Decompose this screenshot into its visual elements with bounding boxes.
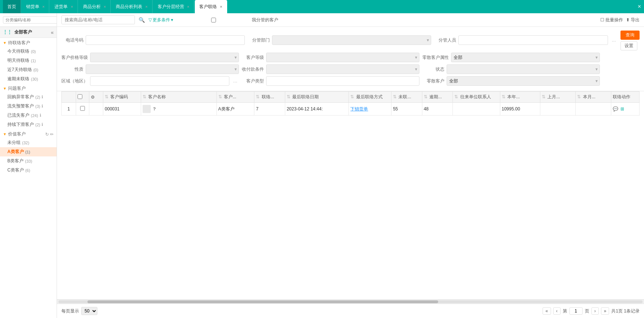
table-footer: 每页显示 50 « ‹ 第 页 › » 共1页 1条记录	[57, 304, 644, 318]
nav-tab-product-analysis[interactable]: 商品分析 ×	[79, 0, 111, 13]
nav-tab-sales[interactable]: 销货单 ×	[22, 0, 49, 13]
nav-tab-sales-close[interactable]: ×	[42, 4, 44, 9]
action-message-icon[interactable]: 💬	[613, 106, 618, 112]
filter-price-grade-select[interactable]	[90, 53, 239, 62]
nav-tab-product-list[interactable]: 商品分析列表 ×	[111, 0, 152, 13]
th-contact[interactable]: ⇅ 联络...	[254, 92, 285, 103]
page-number-input[interactable]	[569, 307, 583, 315]
last-page-btn[interactable]: »	[601, 307, 609, 315]
sidebar-item-class-b[interactable]: B类客户 (33)	[0, 156, 57, 166]
nav-tab-purchase[interactable]: 进货单 ×	[50, 0, 78, 13]
query-button[interactable]: 查询	[620, 31, 640, 40]
th-overdue[interactable]: ⇅ 逾期...	[422, 92, 453, 103]
scrollbar-thumb[interactable]	[87, 300, 438, 303]
nav-tab-home-label: 首页	[7, 4, 16, 10]
nav-tab-customer-segment-close[interactable]: ×	[187, 4, 189, 9]
sidebar-item-ungroup-label: 未分组	[7, 139, 21, 146]
scrollbar-track[interactable]	[58, 300, 643, 303]
filter-payment-select[interactable]	[266, 64, 419, 74]
refresh-icon[interactable]: ↻	[45, 132, 49, 137]
sidebar-search-input[interactable]	[3, 16, 57, 24]
row-checkbox-cell[interactable]	[76, 103, 89, 116]
sidebar-item-class-a[interactable]: A类客户 (1)	[0, 147, 57, 156]
filter-dept-select[interactable]	[272, 35, 431, 45]
th-last-month[interactable]: ⇅ 上月...	[540, 92, 576, 103]
th-code[interactable]: ⇅ 客户编码	[103, 92, 141, 103]
filter-nature-select[interactable]	[86, 64, 239, 74]
first-page-btn[interactable]: «	[543, 307, 551, 315]
filter-customer-type-input[interactable]	[266, 76, 419, 86]
th-date[interactable]: ⇅ 最后联络日期	[285, 92, 349, 103]
filter-retail-attr-label: 零散客户属性	[422, 54, 449, 61]
sidebar-item-7days[interactable]: 近7天待联络 (0)	[0, 65, 57, 74]
th-this-year[interactable]: ⇅ 本年...	[500, 92, 540, 103]
th-corp-contact[interactable]: ⇅ 往来单位联系人	[453, 92, 500, 103]
filter-retail-customer-select[interactable]: 全部	[447, 76, 600, 86]
nav-tab-product-analysis-close[interactable]: ×	[104, 4, 106, 9]
filter-manager-more-icon[interactable]: …	[610, 38, 618, 43]
filter-status-select[interactable]	[447, 64, 600, 74]
filter-search-icon[interactable]: 🔍	[139, 17, 145, 23]
more-conditions-btn[interactable]: ▽ 更多条件 ▾	[149, 17, 173, 23]
collapse-icon[interactable]: «	[51, 29, 54, 35]
edit-icon[interactable]: ✏	[50, 132, 54, 137]
nav-tab-product-list-close[interactable]: ×	[145, 4, 147, 9]
search-input[interactable]	[61, 15, 135, 24]
nav-tab-purchase-close[interactable]: ×	[71, 4, 73, 9]
churned-info-icon[interactable]: ℹ	[40, 113, 41, 118]
th-type[interactable]: ⇅ 客户...	[217, 92, 254, 103]
horizontal-scrollbar[interactable]	[57, 299, 644, 304]
filter-retail-attr-select[interactable]: 全部	[451, 53, 600, 62]
filter-region-input[interactable]	[90, 76, 229, 86]
th-this-month[interactable]: ⇅ 本月...	[576, 92, 611, 103]
sidebar-item-tomorrow[interactable]: 明天待联络 (1)	[0, 56, 57, 65]
select-all-checkbox[interactable]	[78, 94, 82, 99]
nav-tab-home[interactable]: 首页	[3, 0, 21, 13]
th-unlinked[interactable]: ⇅ 未联...	[391, 92, 422, 103]
export-btn[interactable]: ⬆ 导出	[626, 17, 640, 23]
th-gear[interactable]: ⚙	[89, 92, 103, 103]
sidebar-item-churn-warning[interactable]: 流失预警客户 (3) ℹ	[0, 102, 57, 111]
page-size-select[interactable]: 50	[81, 307, 97, 315]
sidebar-item-class-c[interactable]: C类客户 (6)	[0, 166, 57, 175]
all-customers-header[interactable]: ⋮⋮ 全部客户 «	[0, 27, 57, 38]
filter-phone: 电话号码	[61, 35, 245, 45]
nav-tab-customer-contact-close[interactable]: ×	[220, 4, 222, 9]
sidebar-item-repurchase-label: 回购异常客户	[7, 94, 34, 100]
prev-page-btn[interactable]: ‹	[553, 307, 561, 315]
nav-tab-customer-contact[interactable]: 客户联络 ×	[195, 0, 227, 13]
th-method[interactable]: ⇅ 最后联络方式	[349, 92, 391, 103]
filter-phone-input[interactable]	[86, 35, 245, 45]
sidebar-item-ungroup[interactable]: 未分组 (32)	[0, 138, 57, 147]
last-method-link[interactable]: 下销货单	[350, 106, 368, 112]
advanced-filter: 电话号码 分管部门 分管人员 … 查询 设置	[57, 27, 644, 91]
filter-customer-grade-select[interactable]	[266, 53, 419, 62]
th-checkbox[interactable]	[76, 92, 89, 103]
nav-tab-customer-segment[interactable]: 客户分层经营 ×	[153, 0, 194, 13]
filter-manager-input[interactable]	[458, 35, 608, 45]
group-value-customers[interactable]: ▼ 价值客户 ↻ ✏	[0, 129, 57, 138]
filter-region-more-icon[interactable]: …	[232, 78, 239, 84]
settings-button[interactable]: 设置	[620, 41, 637, 50]
my-customers-checkbox-area[interactable]: 我分管的客户	[177, 17, 278, 23]
sort-icon-thismo: ⇅	[577, 94, 581, 99]
sidebar-item-repurchase-abnormal[interactable]: 回购异常客户 (2) ℹ	[0, 92, 57, 102]
row-checkbox[interactable]	[80, 106, 85, 111]
group-pending-triangle: ▼	[3, 41, 7, 45]
th-name[interactable]: ⇅ 客户名称	[141, 92, 217, 103]
my-customers-checkbox[interactable]	[177, 18, 250, 22]
sidebar-item-churned[interactable]: 已流失客户 (24) ℹ	[0, 111, 57, 120]
sidebar-item-overdue[interactable]: 逾期未联络 (30)	[0, 74, 57, 84]
repurchase-info-icon[interactable]: ℹ	[42, 95, 43, 99]
group-problem-customers[interactable]: ▼ 问题客户	[0, 84, 57, 92]
declining-info-icon[interactable]: ℹ	[42, 122, 43, 127]
sort-icon-code: ⇅	[105, 94, 108, 99]
action-qr-icon[interactable]: ⊞	[620, 106, 624, 112]
sidebar-item-today[interactable]: 今天待联络 (0)	[0, 47, 57, 56]
churn-warning-info-icon[interactable]: ℹ	[42, 104, 43, 109]
window-close-icon[interactable]: ×	[638, 3, 641, 10]
batch-operation-btn[interactable]: 批量操作	[600, 17, 623, 23]
sidebar-item-declining[interactable]: 持续下滑客户 (2) ℹ	[0, 120, 57, 129]
group-pending-contact[interactable]: ▼ 待联络客户	[0, 38, 57, 47]
next-page-btn[interactable]: ›	[591, 307, 599, 315]
